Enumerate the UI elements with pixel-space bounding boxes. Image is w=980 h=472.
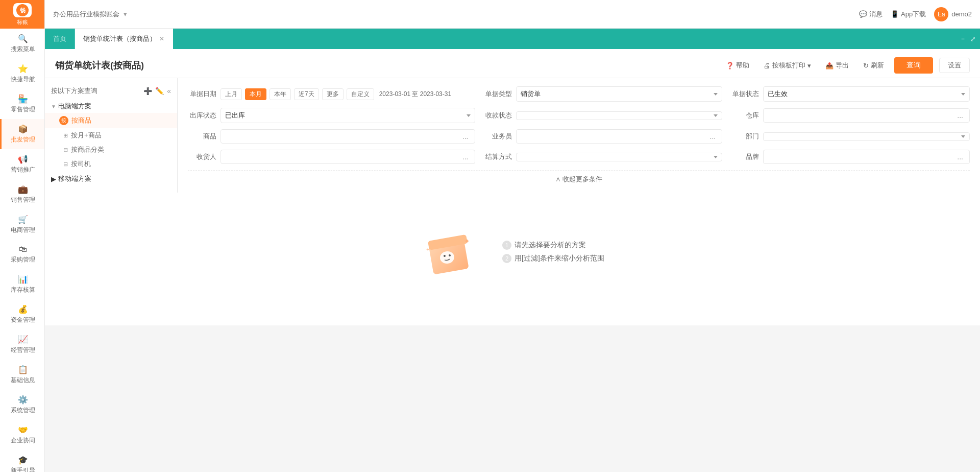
sub-item-icon-2: ⊟ bbox=[63, 147, 68, 153]
date-btn-7days[interactable]: 近7天 bbox=[294, 88, 319, 100]
message-btn[interactable]: 💬 消息 bbox=[859, 10, 883, 19]
tab-close-btn[interactable]: ✕ bbox=[159, 35, 164, 42]
help-label: 帮助 bbox=[736, 61, 749, 70]
sidebar-item-marketing[interactable]: 📢 营销推广 bbox=[0, 149, 44, 179]
sidebar-item-sales-label: 销售管理 bbox=[11, 196, 35, 204]
product-input[interactable]: ... bbox=[220, 129, 475, 144]
page-header-actions: ❓ 帮助 🖨 按模板打印 ▾ 📤 导出 ↻ 刷新 bbox=[722, 57, 970, 74]
date-btn-this-year[interactable]: 本年 bbox=[270, 88, 291, 100]
add-scheme-btn[interactable]: ➕ bbox=[143, 87, 152, 95]
date-btn-last-month[interactable]: 上月 bbox=[220, 88, 242, 100]
edit-scheme-btn[interactable]: ✏️ bbox=[155, 87, 164, 95]
sidebar: 畅 标账 🔍 搜索菜单 ⭐ 快捷导航 🏪 零售管理 📦 批发管理 📢 营销推广 … bbox=[0, 0, 45, 472]
refresh-icon: ↻ bbox=[863, 62, 869, 69]
filter-product-field: 商品 ... bbox=[188, 129, 475, 144]
product-dots-btn[interactable]: ... bbox=[460, 132, 471, 140]
sidebar-item-basic[interactable]: 📋 基础信息 bbox=[0, 360, 44, 390]
scheme-sub-item-category[interactable]: ⊟ 按商品分类 bbox=[45, 143, 177, 157]
export-btn[interactable]: 📤 导出 bbox=[821, 59, 853, 72]
date-btn-more[interactable]: 更多 bbox=[322, 88, 344, 100]
app-download-label: App下载 bbox=[901, 10, 926, 19]
sidebar-item-finance[interactable]: 💰 资金管理 bbox=[0, 299, 44, 329]
date-btn-custom[interactable]: 自定义 bbox=[347, 88, 374, 100]
refresh-btn[interactable]: ↻ 刷新 bbox=[859, 59, 888, 72]
filter-staff-field: 业务员 ... bbox=[483, 129, 723, 144]
product-control: ... bbox=[220, 129, 475, 144]
sidebar-item-shortcut[interactable]: ⭐ 快捷导航 bbox=[0, 59, 44, 89]
sidebar-item-wholesale-label: 批发管理 bbox=[11, 135, 35, 144]
query-button[interactable]: 查询 bbox=[894, 57, 933, 74]
sidebar-item-search[interactable]: 🔍 搜索菜单 bbox=[0, 29, 44, 59]
dept-select[interactable] bbox=[763, 132, 970, 141]
inventory-icon: 📊 bbox=[18, 274, 28, 284]
collapse-more-btn[interactable]: ∧ 收起更多条件 bbox=[188, 170, 970, 188]
user-area[interactable]: Ea demo2 bbox=[934, 7, 972, 21]
settings-button[interactable]: 设置 bbox=[939, 58, 970, 73]
dropdown-icon[interactable]: ▾ bbox=[124, 10, 127, 18]
sidebar-item-basic-label: 基础信息 bbox=[11, 376, 35, 385]
print-btn[interactable]: 🖨 按模板打印 ▾ bbox=[760, 59, 815, 72]
brand-dots-btn[interactable]: ... bbox=[955, 153, 965, 161]
sidebar-item-wholesale[interactable]: 📦 批发管理 bbox=[0, 119, 44, 149]
warehouse-control: ... bbox=[763, 108, 970, 123]
receiver-dots-btn[interactable]: ... bbox=[460, 153, 471, 161]
desktop-scheme-group: ▼ 电脑端方案 按 按商品 ⊞ 按月+商品 ⊟ bbox=[45, 100, 177, 171]
tab-maximize-btn[interactable]: ⤢ bbox=[970, 35, 976, 43]
receive-status-select[interactable] bbox=[516, 111, 723, 120]
staff-input[interactable]: ... bbox=[516, 129, 723, 144]
sub-item-icon-3: ⊟ bbox=[63, 161, 68, 168]
empty-state: ✦ ✦ 1 请先选择要分析的方案 2 用[过滤]条件来缩小分析范围 bbox=[45, 193, 980, 325]
warehouse-dots-btn[interactable]: ... bbox=[955, 111, 965, 120]
out-status-select[interactable]: 已出库 bbox=[220, 108, 475, 123]
help-btn[interactable]: ❓ 帮助 bbox=[722, 59, 753, 72]
warehouse-input[interactable]: ... bbox=[763, 108, 970, 123]
type-select[interactable]: 销货单 bbox=[516, 86, 723, 102]
sidebar-item-inventory[interactable]: 📊 库存核算 bbox=[0, 269, 44, 299]
filter-row-1: 单据日期 上月 本月 本年 近7天 更多 自定义 2023-03-01 至 20… bbox=[188, 86, 970, 102]
collapse-scheme-btn[interactable]: « bbox=[167, 87, 171, 95]
content-area: 销货单统计表(按商品) ❓ 帮助 🖨 按模板打印 ▾ 📤 导出 bbox=[45, 49, 980, 472]
print-dropdown-arrow[interactable]: ▾ bbox=[807, 62, 811, 69]
scheme-sub-item-driver[interactable]: ⊟ 按司机 bbox=[45, 157, 177, 171]
staff-dots-btn[interactable]: ... bbox=[708, 132, 718, 140]
payment-select[interactable] bbox=[516, 153, 723, 161]
tab-home[interactable]: 首页 bbox=[45, 29, 75, 49]
scheme-sub-item-month-product-label: 按月+商品 bbox=[71, 131, 102, 140]
operation-icon: 📈 bbox=[18, 335, 28, 344]
sidebar-item-retail[interactable]: 🏪 零售管理 bbox=[0, 89, 44, 119]
scheme-sub-item-driver-label: 按司机 bbox=[71, 159, 91, 169]
app-subtitle: 标账 bbox=[17, 18, 28, 26]
tab-minimize-btn[interactable]: － bbox=[960, 34, 966, 43]
scheme-item-by-product[interactable]: 按 按商品 bbox=[45, 113, 177, 128]
purchase-icon: 🛍 bbox=[19, 245, 27, 254]
mobile-scheme-title[interactable]: ▶ 移动端方案 bbox=[45, 171, 177, 186]
date-btn-this-month[interactable]: 本月 bbox=[245, 88, 266, 100]
date-control: 上月 本月 本年 近7天 更多 自定义 2023-03-01 至 2023-03… bbox=[220, 88, 475, 100]
scheme-sub-item-month-product[interactable]: ⊞ 按月+商品 bbox=[45, 128, 177, 143]
filter-sidebar: 按以下方案查询 ➕ ✏️ « ▼ 电脑端方案 按 bbox=[45, 78, 178, 193]
status-label: 单据状态 bbox=[730, 89, 759, 99]
username: demo2 bbox=[951, 10, 972, 18]
mobile-scheme-group: ▶ 移动端方案 bbox=[45, 171, 177, 186]
status-select[interactable]: 已生效 bbox=[763, 86, 970, 102]
sidebar-item-system[interactable]: ⚙️ 系统管理 bbox=[0, 390, 44, 420]
sidebar-item-enterprise[interactable]: 🤝 企业协同 bbox=[0, 420, 44, 450]
brand-input[interactable]: ... bbox=[763, 150, 970, 164]
desktop-scheme-title[interactable]: ▼ 电脑端方案 bbox=[45, 100, 177, 113]
sidebar-item-purchase[interactable]: 🛍 采购管理 bbox=[0, 240, 44, 269]
sub-item-icon: ⊞ bbox=[63, 132, 68, 139]
tab-sales-stat[interactable]: 销货单统计表（按商品） ✕ bbox=[75, 29, 173, 49]
step-1-num: 1 bbox=[502, 241, 511, 250]
app-download-btn[interactable]: 📱 App下载 bbox=[891, 10, 926, 19]
sidebar-item-purchase-label: 采购管理 bbox=[11, 255, 35, 264]
sidebar-item-operation[interactable]: 📈 经营管理 bbox=[0, 329, 44, 360]
sidebar-item-ecommerce[interactable]: 🛒 电商管理 bbox=[0, 209, 44, 240]
sidebar-item-sales[interactable]: 💼 销售管理 bbox=[0, 179, 44, 209]
system-icon: ⚙️ bbox=[18, 395, 28, 405]
sidebar-item-newbie[interactable]: 🎓 新手引导 bbox=[0, 450, 44, 472]
scheme-sub-item-category-label: 按商品分类 bbox=[71, 145, 104, 154]
filter-date-field: 单据日期 上月 本月 本年 近7天 更多 自定义 2023-03-01 至 20… bbox=[188, 88, 475, 100]
receiver-input[interactable]: ... bbox=[220, 150, 475, 164]
filter-status-field: 单据状态 已生效 bbox=[730, 86, 970, 102]
empty-step-2: 2 用[过滤]条件来缩小分析范围 bbox=[502, 254, 604, 263]
